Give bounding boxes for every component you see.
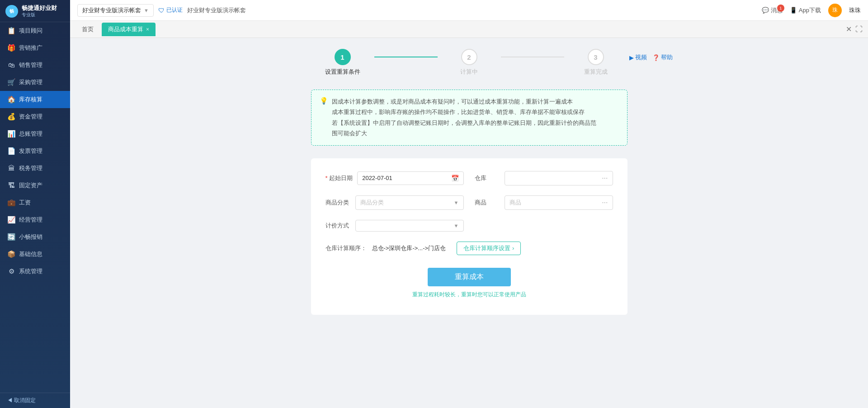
sidebar-item-label: 工资 bbox=[19, 199, 31, 207]
tab-close-icon[interactable]: × bbox=[146, 26, 149, 33]
sidebar-item-label: 库存核算 bbox=[19, 95, 42, 104]
info-box: 💡 因成本计算参数调整，或是对商品成本有疑问时，可以通过成本重算功能，重新计算一… bbox=[311, 90, 627, 146]
product-label: 商品 bbox=[475, 199, 500, 207]
pricing-dropdown-icon: ▼ bbox=[454, 223, 459, 228]
topbar-right: 💬 消息 1 📱 App下载 珠 珠珠 bbox=[762, 4, 861, 17]
warehouse-input[interactable]: ··· bbox=[505, 171, 613, 185]
info-line-4: 围可能会扩大 bbox=[332, 128, 596, 138]
start-date-value: 2022-07-01 bbox=[362, 175, 451, 181]
warehouse-order-settings-button[interactable]: 仓库计算顺序设置 › bbox=[457, 242, 521, 255]
logo-icon: 畅 bbox=[5, 5, 18, 18]
sidebar-item-purchase[interactable]: 🛒 采购管理 bbox=[0, 74, 70, 91]
sidebar-item-label: 项目顾问 bbox=[19, 27, 42, 35]
sidebar-item-label: 固定资产 bbox=[19, 181, 42, 190]
sidebar-item-expense[interactable]: 🔄 小畅报销 bbox=[0, 228, 70, 246]
tab-home-label: 首页 bbox=[82, 26, 94, 33]
sidebar-item-tax[interactable]: 🏛 税务管理 bbox=[0, 160, 70, 177]
form-group-start-date: 起始日期 2022-07-01 📅 bbox=[326, 171, 464, 185]
assets-icon: 🏗 bbox=[7, 181, 15, 189]
message-button[interactable]: 💬 消息 1 bbox=[762, 6, 783, 14]
sidebar-item-label: 税务管理 bbox=[19, 164, 42, 172]
operation-icon: 📈 bbox=[7, 216, 15, 224]
step-1: 1 设置重算条件 bbox=[311, 49, 374, 76]
form-row-2: 商品分类 商品分类 ▼ 商品 商品 ··· bbox=[326, 195, 613, 210]
sidebar-item-salary[interactable]: 💼 工资 bbox=[0, 194, 70, 211]
recalc-btn-label: 重算成本 bbox=[455, 273, 484, 280]
sidebar-item-finance[interactable]: 💰 资金管理 bbox=[0, 108, 70, 125]
sidebar-item-label: 营销推广 bbox=[19, 44, 42, 52]
form-group-pricing: 计价方式 ▼ bbox=[326, 220, 464, 232]
logo-subtitle: 专业版 bbox=[22, 12, 57, 18]
content-area: 1 设置重算条件 2 计算中 3 bbox=[70, 38, 868, 408]
info-line-2: 成本重算过程中，影响库存账的操作均不能操作，比如进货单、销货单、库存单据不能审核… bbox=[332, 107, 596, 117]
sidebar-item-assets[interactable]: 🏗 固定资产 bbox=[0, 177, 70, 194]
stepper-help: ▶ 视频 ❓ 帮助 bbox=[629, 53, 673, 62]
sidebar-item-inventory[interactable]: 🏠 库存核算 bbox=[0, 91, 70, 108]
sales-icon: 🛍 bbox=[7, 61, 15, 69]
sidebar-item-label: 小畅报销 bbox=[19, 233, 42, 241]
avatar[interactable]: 珠 bbox=[828, 4, 842, 17]
sidebar-item-label: 经营管理 bbox=[19, 216, 42, 224]
category-select[interactable]: 商品分类 ▼ bbox=[355, 195, 464, 210]
warehouse-order-value: 总仓->深圳仓库->...->门店仓 bbox=[372, 244, 446, 252]
invoice-icon: 📄 bbox=[7, 147, 15, 155]
finance-icon: 💰 bbox=[7, 113, 15, 121]
sidebar-item-label: 资金管理 bbox=[19, 113, 42, 121]
expand-icon[interactable]: ⛶ bbox=[855, 25, 863, 33]
form-row-1: 起始日期 2022-07-01 📅 仓库 ··· bbox=[326, 171, 613, 185]
shield-icon: 🛡 bbox=[158, 7, 165, 14]
product-input[interactable]: 商品 ··· bbox=[505, 195, 613, 210]
message-badge: 1 bbox=[777, 5, 784, 12]
tab-cost-recalc[interactable]: 商品成本重算 × bbox=[102, 23, 156, 36]
info-line-3: 若【系统设置】中启用了自动调整记账日期时，会调整入库单的整单记账日期，因此重新计… bbox=[332, 118, 596, 128]
sidebar-item-accounting[interactable]: 📊 总账管理 bbox=[0, 125, 70, 142]
warehouse-more-icon[interactable]: ··· bbox=[602, 174, 608, 182]
sidebar-item-marketing[interactable]: 🎁 营销推广 bbox=[0, 39, 70, 57]
app-download-button[interactable]: 📱 App下载 bbox=[790, 6, 821, 14]
tax-icon: 🏛 bbox=[7, 164, 15, 172]
tab-home[interactable]: 首页 bbox=[75, 23, 100, 36]
help-link[interactable]: ❓ 帮助 bbox=[652, 53, 673, 62]
step-2: 2 计算中 bbox=[438, 49, 501, 76]
sidebar: 畅 畅捷通好业财 专业版 📋 项目顾问 🎁 营销推广 🛍 销售管理 🛒 采购管理… bbox=[0, 0, 70, 408]
recalc-note: 重算过程耗时较长，重算时您可以正常使用产品 bbox=[326, 291, 613, 299]
sidebar-item-project[interactable]: 📋 项目顾问 bbox=[0, 22, 70, 39]
message-icon: 💬 bbox=[762, 7, 769, 14]
product-placeholder: 商品 bbox=[509, 199, 521, 207]
sidebar-item-system[interactable]: ⚙ 系统管理 bbox=[0, 263, 70, 280]
start-date-input[interactable]: 2022-07-01 📅 bbox=[357, 171, 463, 185]
sidebar-item-label: 总账管理 bbox=[19, 130, 42, 138]
category-dropdown-icon: ▼ bbox=[454, 200, 459, 205]
sidebar-item-basic[interactable]: 📦 基础信息 bbox=[0, 246, 70, 263]
chevron-right-icon: › bbox=[512, 245, 514, 251]
sidebar-item-invoice[interactable]: 📄 发票管理 bbox=[0, 142, 70, 160]
sidebar-item-label: 销售管理 bbox=[19, 61, 42, 69]
info-box-text: 因成本计算参数调整，或是对商品成本有疑问时，可以通过成本重算功能，重新计算一遍成… bbox=[332, 96, 596, 139]
marketing-icon: 🎁 bbox=[7, 44, 15, 52]
recalc-button[interactable]: 重算成本 bbox=[428, 268, 511, 286]
main-area: 好业财专业版演示帐套 ▼ 🛡 已认证 好业财专业版演示帐套 💬 消息 1 📱 A… bbox=[70, 0, 868, 408]
close-window-icon[interactable]: ✕ bbox=[846, 25, 852, 33]
sidebar-item-label: 发票管理 bbox=[19, 147, 42, 155]
info-line-1: 因成本计算参数调整，或是对商品成本有疑问时，可以通过成本重算功能，重新计算一遍成… bbox=[332, 96, 596, 107]
calendar-icon[interactable]: 📅 bbox=[451, 175, 459, 182]
sidebar-item-operation[interactable]: 📈 经营管理 bbox=[0, 211, 70, 228]
sidebar-unpin-button[interactable]: ◀ 取消固定 bbox=[0, 393, 70, 408]
project-icon: 📋 bbox=[7, 27, 15, 35]
warehouse-label: 仓库 bbox=[475, 174, 500, 182]
info-icon: 💡 bbox=[320, 97, 328, 105]
step-line-2 bbox=[501, 57, 564, 57]
warehouse-order-label: 仓库计算顺序： bbox=[326, 244, 367, 252]
pricing-select[interactable]: ▼ bbox=[355, 220, 464, 232]
step-line-1 bbox=[374, 57, 438, 57]
form-area: 起始日期 2022-07-01 📅 仓库 ··· 商品分类 bbox=[311, 158, 627, 315]
step-3-circle: 3 bbox=[588, 49, 604, 65]
video-link[interactable]: ▶ 视频 bbox=[629, 53, 647, 62]
account-selector[interactable]: 好业财专业版演示帐套 ▼ bbox=[77, 4, 154, 17]
tab-right-icons: ✕ ⛶ bbox=[846, 25, 863, 33]
step-2-label: 计算中 bbox=[460, 68, 478, 76]
sidebar-item-sales[interactable]: 🛍 销售管理 bbox=[0, 57, 70, 74]
product-more-icon[interactable]: ··· bbox=[602, 199, 608, 207]
system-icon: ⚙ bbox=[7, 267, 15, 275]
sidebar-item-label: 基础信息 bbox=[19, 250, 42, 258]
